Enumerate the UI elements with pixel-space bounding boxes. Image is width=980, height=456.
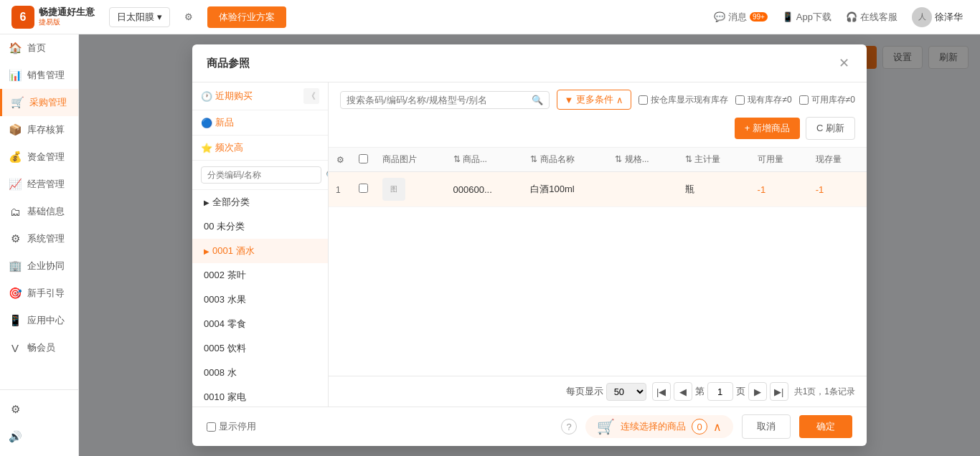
sidebar-item-home[interactable]: 🏠 首页: [0, 34, 78, 62]
top-nav-right: 💬 消息 99+ 📱 App下载 🎧 在线客服 人 徐泽华: [708, 7, 969, 27]
first-page-btn[interactable]: |◀: [652, 382, 671, 401]
nav-selector[interactable]: 日太阳膜 ▾: [109, 7, 170, 27]
cat-item-fruit[interactable]: 0003 水果: [192, 288, 328, 312]
modal-footer: 显示停用 ? 🛒 连续选择的商品 0 ∧ 取消 确定: [192, 407, 867, 446]
logo-icon: 6: [11, 6, 34, 29]
row-spec: [608, 172, 678, 207]
sort-icon-name: ⇅: [530, 154, 537, 164]
finance-icon: 💰: [9, 151, 22, 163]
cat-item-snack[interactable]: 0004 零食: [192, 312, 328, 336]
collapse-panel-btn[interactable]: 《: [303, 88, 319, 104]
show-disabled-checkbox[interactable]: [207, 422, 216, 432]
app-download-btn[interactable]: 📱 App下载: [776, 11, 837, 24]
chevron-up-icon: ∧: [616, 95, 623, 105]
product-search-input[interactable]: [347, 95, 527, 105]
online-service-btn[interactable]: 🎧 在线客服: [840, 11, 903, 24]
logo-text: 畅捷通好生意 捷易版: [39, 6, 95, 28]
help-icon[interactable]: ?: [561, 419, 577, 434]
select-all-checkbox[interactable]: [359, 154, 368, 163]
message-btn[interactable]: 💬 消息 99+: [708, 11, 773, 24]
sidebar: 🏠 首页 📊 销售管理 🛒 采购管理 📦 库存核算 💰 资金管理 📈 经营管理 …: [0, 34, 79, 456]
prev-page-btn[interactable]: ◀: [674, 382, 692, 401]
row-available: -1: [750, 172, 809, 207]
show-disabled-checkbox-label[interactable]: 显示停用: [207, 420, 256, 433]
col-settings[interactable]: ⚙: [329, 148, 352, 172]
settings-icon: ⚙: [9, 403, 22, 416]
cat-item-beverage[interactable]: 0005 饮料: [192, 336, 328, 361]
cat-item-liquor[interactable]: ▶ 0001 酒水: [192, 239, 328, 263]
warehouse-checkbox[interactable]: [639, 95, 648, 105]
filter-icon: ▼: [565, 95, 574, 105]
col-spec[interactable]: ⇅ 规格...: [608, 148, 678, 172]
collapse-cart-btn[interactable]: ∧: [713, 420, 722, 434]
next-page-btn[interactable]: ▶: [748, 382, 767, 401]
footer-left: 显示停用: [207, 420, 256, 433]
sidebar-item-basic[interactable]: 🗂 基础信息: [0, 198, 78, 225]
cat-item-all[interactable]: ▶ 全部分类: [192, 190, 328, 214]
add-product-btn[interactable]: + 新增商品: [735, 118, 800, 139]
home-icon: 🏠: [9, 42, 22, 54]
col-name[interactable]: ⇅ 商品名称: [523, 148, 608, 172]
checkbox-available-nonzero[interactable]: 可用库存≠0: [799, 94, 855, 106]
cat-item-uncategorized[interactable]: 00 未分类: [192, 214, 328, 239]
purchase-icon: 🛒: [11, 96, 24, 109]
avatar: 人: [912, 7, 932, 27]
page-number-input[interactable]: [707, 382, 733, 401]
search-submit-icon[interactable]: 🔍: [532, 95, 543, 105]
cancel-btn[interactable]: 取消: [742, 414, 791, 439]
cart-icon: 🛒: [597, 418, 615, 435]
checkbox-warehouse[interactable]: 按仓库显示现有库存: [639, 94, 728, 106]
category-nav-tabs: 🕐 近期购买 《: [192, 82, 328, 110]
row-check[interactable]: [352, 172, 375, 207]
modal-body: 🕐 近期购买 《 🔵 新品: [192, 82, 867, 407]
sidebar-item-guide[interactable]: 🎯 新手引导: [0, 280, 78, 307]
row-checkbox[interactable]: [359, 184, 368, 193]
modal-close-btn[interactable]: ✕: [835, 54, 852, 72]
sidebar-settings-btn[interactable]: ⚙: [0, 396, 78, 423]
refresh-btn[interactable]: C 刷新: [806, 117, 855, 140]
table-row[interactable]: 1 图 000: [329, 172, 867, 207]
last-page-btn[interactable]: ▶|: [770, 382, 788, 401]
more-filter-btn[interactable]: ▼ 更多条件 ∧: [557, 90, 632, 110]
tab-high-frequency[interactable]: ⭐ 频次高: [201, 141, 243, 154]
business-icon: 📈: [9, 178, 22, 191]
member-icon: V: [9, 341, 22, 354]
tab-recent-purchase[interactable]: 🕐 近期购买: [201, 90, 253, 103]
page-total-info: 共1页，1条记录: [794, 386, 855, 398]
sidebar-item-inventory[interactable]: 📦 库存核算: [0, 116, 78, 143]
per-page-dropdown[interactable]: 50 100 200: [606, 383, 646, 401]
sidebar-item-appstore[interactable]: 📱 应用中心: [0, 307, 78, 334]
sidebar-item-business[interactable]: 📈 经营管理: [0, 171, 78, 198]
col-unit[interactable]: ⇅ 主计量: [678, 148, 750, 172]
sidebar-item-enterprise[interactable]: 🏢 企业协同: [0, 252, 78, 280]
app-icon: 📱: [9, 314, 22, 327]
sidebar-sound-btn[interactable]: 🔊: [0, 423, 78, 450]
confirm-btn[interactable]: 确定: [799, 415, 852, 438]
cat-item-water[interactable]: 0008 水: [192, 361, 328, 385]
tab-new-product[interactable]: 🔵 新品: [201, 116, 234, 129]
experience-btn[interactable]: 体验行业方案: [207, 6, 286, 28]
arrow-icon: ▶: [204, 199, 209, 206]
sidebar-item-sales[interactable]: 📊 销售管理: [0, 62, 78, 89]
gear-icon-btn[interactable]: ⚙: [179, 11, 199, 22]
checkbox-stock-nonzero[interactable]: 现有库存≠0: [735, 94, 791, 106]
message-badge: 99+: [750, 12, 768, 22]
available-nonzero-checkbox[interactable]: [799, 95, 809, 105]
gear-icon: ⚙: [184, 11, 193, 22]
col-code[interactable]: ⇅ 商品...: [446, 148, 524, 172]
cat-item-tea[interactable]: 0002 茶叶: [192, 263, 328, 288]
user-info[interactable]: 人 徐泽华: [906, 7, 969, 27]
category-search-input[interactable]: [201, 166, 321, 184]
cat-item-appliance[interactable]: 0010 家电: [192, 385, 328, 407]
guide-icon: 🎯: [9, 287, 22, 300]
row-name: 白酒100ml: [523, 172, 608, 207]
sort-icon-code: ⇅: [453, 154, 461, 164]
stock-nonzero-checkbox[interactable]: [735, 95, 745, 105]
col-image: 商品图片: [375, 148, 446, 172]
sidebar-item-finance[interactable]: 💰 资金管理: [0, 143, 78, 171]
sidebar-item-system[interactable]: ⚙ 系统管理: [0, 225, 78, 252]
modal-header: 商品参照 ✕: [192, 44, 867, 82]
sidebar-item-purchase[interactable]: 🛒 采购管理: [0, 89, 78, 116]
message-icon: 💬: [714, 11, 725, 22]
sidebar-item-member[interactable]: V 畅会员: [0, 334, 78, 361]
